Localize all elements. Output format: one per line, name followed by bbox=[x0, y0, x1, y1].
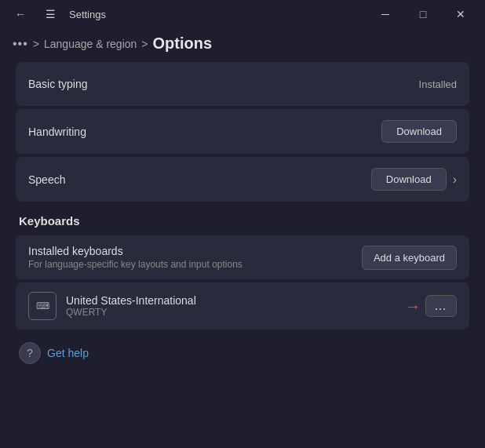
handwriting-label: Handwriting bbox=[28, 126, 86, 138]
basic-typing-row: Basic typing Installed bbox=[16, 62, 469, 106]
help-icon: ? bbox=[19, 342, 41, 364]
speech-label: Speech bbox=[28, 173, 65, 186]
get-help-link[interactable]: ? Get help bbox=[16, 336, 469, 367]
keyboard-item-row: ⌨ United States-International QWERTY → … bbox=[16, 282, 469, 330]
handwriting-row: Handwriting Download bbox=[16, 109, 469, 154]
speech-row-right: Download › bbox=[371, 168, 457, 191]
breadcrumb-current: Options bbox=[153, 35, 213, 53]
close-icon: ✕ bbox=[456, 8, 465, 20]
title-bar-left: ← ☰ Settings bbox=[9, 2, 106, 26]
breadcrumb-dots[interactable]: ••• bbox=[13, 37, 28, 51]
keyboard-icon: ⌨ bbox=[28, 292, 57, 320]
title-bar: ← ☰ Settings ─ □ ✕ bbox=[0, 0, 485, 28]
installed-keyboards-title: Installed keyboards bbox=[28, 245, 242, 257]
handwriting-download-button[interactable]: Download bbox=[381, 120, 457, 143]
app-title: Settings bbox=[69, 9, 106, 20]
keyboard-layout: QWERTY bbox=[66, 307, 196, 318]
keyboards-section-header: Keyboards bbox=[16, 205, 469, 232]
add-keyboard-button[interactable]: Add a keyboard bbox=[362, 246, 457, 270]
maximize-button[interactable]: □ bbox=[405, 2, 441, 26]
basic-typing-status: Installed bbox=[419, 78, 457, 90]
speech-download-button[interactable]: Download bbox=[371, 168, 447, 191]
arrow-right-icon: → bbox=[405, 297, 419, 315]
main-content: Basic typing Installed Handwriting Downl… bbox=[0, 59, 485, 448]
minimize-button[interactable]: ─ bbox=[367, 2, 403, 26]
back-icon: ← bbox=[15, 8, 26, 20]
keyboards-section: Keyboards Installed keyboards For langua… bbox=[16, 205, 469, 330]
keyboard-item-left: ⌨ United States-International QWERTY bbox=[28, 292, 196, 320]
speech-chevron-icon: › bbox=[453, 173, 457, 187]
installed-keyboards-text: Installed keyboards For language-specifi… bbox=[28, 245, 242, 270]
keyboard-more-button[interactable]: … bbox=[425, 295, 457, 317]
installed-keyboards-subtitle: For language-specific key layouts and in… bbox=[28, 259, 242, 270]
keyboard-item-info: United States-International QWERTY bbox=[66, 294, 196, 318]
breadcrumb-sep-1: > bbox=[33, 38, 39, 50]
menu-icon: ☰ bbox=[46, 8, 56, 20]
keyboard-name: United States-International bbox=[66, 294, 196, 307]
installed-keyboards-row: Installed keyboards For language-specifi… bbox=[16, 235, 469, 279]
breadcrumb-sep-2: > bbox=[141, 38, 148, 50]
speech-row: Speech Download › bbox=[16, 157, 469, 202]
maximize-icon: □ bbox=[420, 8, 426, 20]
close-button[interactable]: ✕ bbox=[443, 2, 479, 26]
get-help-label: Get help bbox=[47, 347, 89, 359]
window-controls: ─ □ ✕ bbox=[367, 2, 479, 26]
breadcrumb: ••• > Language & region > Options bbox=[0, 28, 485, 59]
back-button[interactable]: ← bbox=[9, 2, 31, 26]
breadcrumb-parent[interactable]: Language & region bbox=[44, 38, 137, 50]
keyboard-item-right: → … bbox=[405, 295, 457, 317]
minimize-icon: ─ bbox=[381, 8, 389, 20]
basic-typing-label: Basic typing bbox=[28, 78, 87, 90]
menu-button[interactable]: ☰ bbox=[39, 2, 61, 26]
